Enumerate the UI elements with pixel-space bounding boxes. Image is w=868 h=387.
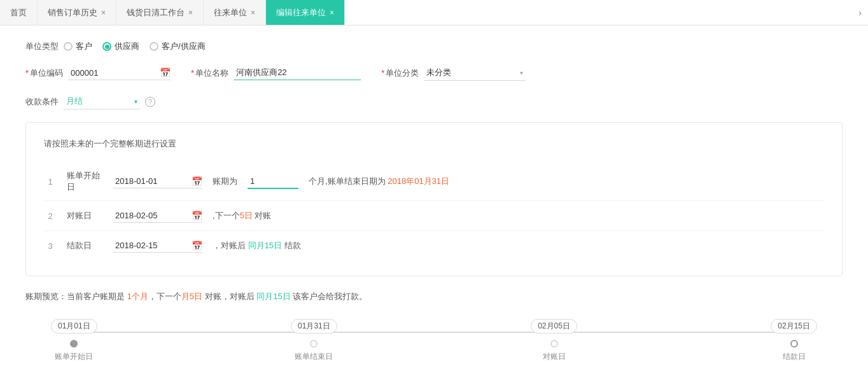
period-end-desc: 个月,账单结束日期为 2018年01月31日: [309, 176, 449, 187]
preview-highlight-1: 1个月: [127, 292, 148, 301]
reconcile-date-input-wrapper: 📅: [113, 209, 202, 223]
radio-both[interactable]: 客户/供应商: [150, 41, 206, 52]
unit-type-label: 单位类型: [25, 41, 59, 52]
radio-customer[interactable]: 客户: [64, 41, 92, 52]
unit-name-field: *单位名称: [191, 66, 361, 80]
tl-label-2: 账单结束日: [295, 351, 333, 362]
payment-terms-value: 月结: [66, 95, 132, 107]
period-desc-1: 账期为: [213, 176, 237, 187]
tab-bar: 首页 销售订单历史 × 钱货日清工作台 × 往来单位 × 编辑往来单位 × ›: [0, 0, 868, 25]
period-month-input[interactable]: [248, 174, 298, 189]
radio-circle-both: [150, 42, 158, 51]
tab-arrow-right[interactable]: ›: [852, 0, 868, 25]
reconcile-date-input[interactable]: [113, 209, 189, 222]
row-label-3: 结款日: [67, 240, 102, 251]
reconcile-calendar-icon[interactable]: 📅: [192, 211, 202, 221]
start-date-input[interactable]: [113, 174, 189, 188]
unit-info-row: *单位编码 📅 *单位名称 *单位分类 未分类 ▾: [25, 65, 843, 81]
tab-edit-partner[interactable]: 编辑往来单位 ×: [266, 0, 345, 25]
period-row-1: 1 账单开始日 📅 账期为 个月,账单结束日期为 2018年01月31日: [44, 162, 824, 201]
tl-dot-2: [310, 340, 318, 348]
help-icon[interactable]: ?: [145, 97, 155, 107]
payment-calendar-icon[interactable]: 📅: [192, 241, 202, 251]
radio-circle-supplier: [102, 42, 111, 51]
preview-highlight-3: 同月15日: [256, 292, 290, 301]
tl-badge-3: 02月05日: [531, 319, 577, 334]
payment-date-input-wrapper: 📅: [113, 239, 202, 253]
period-row-3: 3 结款日 📅 ，对账后 同月15日 结款: [44, 231, 824, 260]
page-content: 单位类型 客户 供应商 客户/供应商 *单位编码: [0, 25, 868, 387]
radio-both-label: 客户/供应商: [162, 41, 206, 52]
unit-category-chevron: ▾: [520, 69, 523, 76]
close-tab-cash[interactable]: ×: [188, 8, 193, 17]
reconcile-day: 5日: [240, 211, 253, 220]
unit-category-value: 未分类: [426, 67, 517, 78]
tl-dot-4: [790, 340, 798, 348]
timeline-point-1: 01月01日 账单开始日: [51, 319, 97, 362]
tab-partner[interactable]: 往来单位 ×: [204, 0, 266, 25]
preview-text: 账期预览：当前客户账期是 1个月，下一个月5日 对账，对账后 同月15日 该客户…: [25, 289, 843, 304]
payment-desc: ，对账后 同月15日 结款: [213, 240, 301, 251]
reconcile-desc: ,下一个5日 对账: [213, 210, 271, 222]
tab-cash-workbench[interactable]: 钱货日清工作台 ×: [116, 0, 204, 25]
start-date-calendar-icon[interactable]: 📅: [192, 176, 202, 186]
tl-badge-4: 02月15日: [771, 319, 817, 334]
section-hint: 请按照未来的一个完整帐期进行设置: [44, 138, 824, 150]
unit-code-input-wrapper: 📅: [68, 66, 171, 80]
start-date-input-wrapper: 📅: [113, 174, 202, 188]
unit-code-label: *单位编码: [25, 67, 63, 79]
unit-category-select[interactable]: 未分类 ▾: [424, 65, 526, 81]
tl-label-1: 账单开始日: [55, 351, 93, 362]
close-tab-sales[interactable]: ×: [101, 8, 106, 17]
close-tab-edit[interactable]: ×: [330, 8, 334, 17]
payment-date-input[interactable]: [113, 239, 189, 252]
close-tab-partner[interactable]: ×: [251, 8, 255, 17]
period-end-date: 2018年01月31日: [388, 176, 449, 186]
tl-dot-1: [70, 340, 78, 348]
payment-terms-row: 收款条件 月结 ▾ ?: [25, 94, 843, 109]
unit-type-row: 单位类型 客户 供应商 客户/供应商: [25, 41, 843, 52]
unit-name-label: *单位名称: [191, 67, 228, 79]
radio-group-unit-type: 客户 供应商 客户/供应商: [64, 41, 206, 52]
row-label-1: 账单开始日: [67, 170, 102, 193]
timeline-points: 01月01日 账单开始日 01月31日 账单结束日 02月05日 对账日 02月…: [51, 319, 817, 362]
timeline-wrapper: 01月01日 账单开始日 01月31日 账单结束日 02月05日 对账日 02月…: [25, 319, 843, 362]
tl-dot-3: [550, 340, 558, 348]
tl-badge-2: 01月31日: [291, 319, 337, 334]
unit-category-label: *单位分类: [381, 67, 419, 79]
unit-code-input[interactable]: [68, 66, 157, 80]
timeline-point-4: 02月15日 结款日: [771, 319, 817, 362]
row-num-2: 2: [44, 211, 57, 221]
tl-label-3: 对账日: [543, 351, 566, 362]
timeline-point-2: 01月31日 账单结束日: [291, 319, 337, 362]
preview-highlight-2: 月5日: [181, 292, 202, 301]
row-num-1: 1: [44, 177, 57, 186]
payment-day: 同月15日: [248, 241, 282, 250]
tab-home[interactable]: 首页: [0, 0, 38, 25]
tab-sales-history[interactable]: 销售订单历史 ×: [38, 0, 116, 25]
unit-type-field: 单位类型 客户 供应商 客户/供应商: [25, 41, 206, 52]
tl-badge-1: 01月01日: [51, 319, 97, 334]
unit-category-field: *单位分类 未分类 ▾: [381, 65, 526, 81]
radio-customer-label: 客户: [76, 41, 92, 52]
unit-name-input[interactable]: [234, 66, 361, 80]
radio-supplier-label: 供应商: [115, 41, 139, 52]
period-section: 请按照未来的一个完整帐期进行设置 1 账单开始日 📅 账期为 个月,账单结束日期…: [25, 122, 843, 276]
unit-code-field: *单位编码 📅: [25, 66, 171, 80]
payment-terms-label: 收款条件: [25, 96, 59, 108]
payment-terms-select[interactable]: 月结 ▾: [64, 94, 140, 109]
radio-circle-customer: [64, 42, 73, 51]
unit-code-icon[interactable]: 📅: [160, 67, 171, 78]
payment-terms-chevron: ▾: [134, 98, 137, 105]
tl-label-4: 结款日: [783, 351, 806, 362]
payment-terms-field: 收款条件 月结 ▾ ?: [25, 94, 155, 109]
radio-supplier[interactable]: 供应商: [102, 41, 139, 52]
row-num-3: 3: [44, 241, 57, 251]
period-row-2: 2 对账日 📅 ,下一个5日 对账: [44, 201, 824, 231]
timeline-point-3: 02月05日 对账日: [531, 319, 577, 362]
row-label-2: 对账日: [67, 210, 102, 222]
